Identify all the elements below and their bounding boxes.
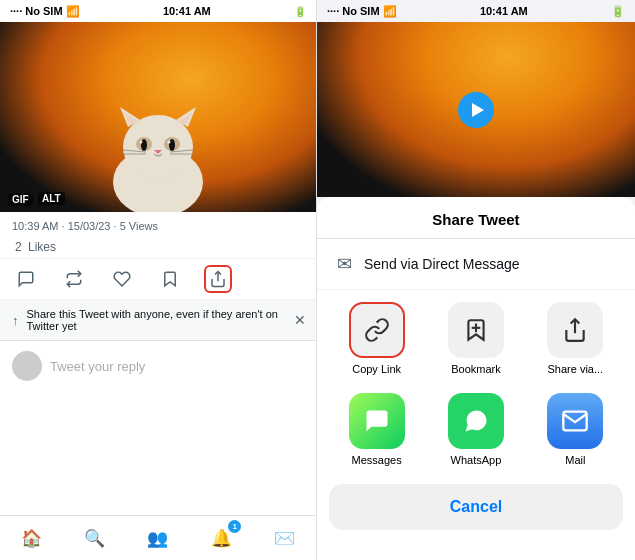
mail-app-icon [547, 393, 603, 449]
tweet-image [0, 22, 316, 212]
right-time-display: 10:41 AM [480, 5, 528, 17]
whatsapp-svg [462, 407, 490, 435]
search-icon: 🔍 [84, 528, 105, 549]
tweet-actions [0, 258, 316, 300]
right-status-bar: ···· No SIM 📶 10:41 AM 🔋 [317, 0, 635, 22]
retweet-icon [65, 270, 83, 288]
share-via-svg [562, 317, 588, 343]
whatsapp-app-button[interactable]: WhatsApp [448, 393, 504, 466]
right-wifi-icon: 📶 [383, 5, 397, 17]
reply-input-area: Tweet your reply [0, 341, 316, 391]
messages-svg [363, 407, 391, 435]
dm-text: Send via Direct Message [364, 256, 520, 272]
nav-home-button[interactable]: 🏠 [18, 524, 46, 552]
tweet-views: 5 Views [120, 220, 158, 232]
mail-app-label: Mail [565, 454, 585, 466]
copy-link-icon [349, 302, 405, 358]
share-banner-text: Share this Tweet with anyone, even if th… [27, 308, 305, 332]
send-direct-message-button[interactable]: ✉ Send via Direct Message [317, 239, 635, 290]
left-status-bar: ···· No SIM 📶 10:41 AM 🔋 [0, 0, 316, 22]
mail-app-button[interactable]: Mail [547, 393, 603, 466]
battery-area: 🔋 [294, 6, 306, 17]
dm-icon: ✉ [337, 253, 352, 275]
battery-icon: 🔋 [294, 6, 306, 17]
wifi-icon: 📶 [66, 5, 80, 17]
bookmark-share-icon [448, 302, 504, 358]
share-banner-close-button[interactable]: ✕ [294, 312, 306, 328]
bookmark-share-button[interactable]: Bookmark [448, 302, 504, 375]
right-signal-area: ···· No SIM 📶 [327, 5, 397, 18]
signal-area: ···· No SIM 📶 [10, 5, 80, 18]
messages-icon: ✉️ [274, 528, 295, 549]
likes-label: Likes [28, 240, 56, 254]
play-button[interactable] [458, 92, 494, 128]
home-icon: 🏠 [21, 528, 42, 549]
svg-point-10 [140, 141, 143, 144]
mail-svg [561, 407, 589, 435]
nav-communities-button[interactable]: 👥 [144, 524, 172, 552]
cat-image [98, 82, 218, 212]
alt-badge: ALT [38, 188, 65, 206]
share-icon [209, 270, 227, 288]
tweet-meta: 10:39 AM · 15/03/23 · 5 Views [0, 212, 316, 236]
retweet-button[interactable] [60, 265, 88, 293]
share-button[interactable] [204, 265, 232, 293]
whatsapp-app-label: WhatsApp [451, 454, 502, 466]
tweet-image-container: GIF ALT [0, 22, 316, 212]
copy-link-button[interactable]: Copy Link [349, 302, 405, 375]
copy-link-label: Copy Link [352, 363, 401, 375]
right-battery-icon: 🔋 [611, 5, 625, 17]
right-tweet-preview [317, 22, 635, 197]
gif-badge: GIF [8, 193, 33, 206]
reply-button[interactable] [12, 265, 40, 293]
reply-icon [17, 270, 35, 288]
share-sheet-title: Share Tweet [317, 197, 635, 239]
messages-app-button[interactable]: Messages [349, 393, 405, 466]
left-panel: ···· No SIM 📶 10:41 AM 🔋 [0, 0, 317, 560]
likes-count: 2 [15, 240, 22, 254]
bookmark-share-svg [463, 317, 489, 343]
time-display: 10:41 AM [163, 5, 211, 17]
bookmark-icon [161, 270, 179, 288]
messages-app-icon [349, 393, 405, 449]
share-via-icon [547, 302, 603, 358]
reply-avatar [12, 351, 42, 381]
nav-messages-button[interactable]: ✉️ [270, 524, 298, 552]
right-panel: ···· No SIM 📶 10:41 AM 🔋 Share Tweet ✉ S… [317, 0, 635, 560]
notifications-badge: 1 [228, 520, 241, 533]
share-sheet: Share Tweet ✉ Send via Direct Message Co… [317, 197, 635, 560]
right-battery-area: 🔋 [611, 5, 625, 18]
gif-label: GIF [8, 193, 33, 206]
whatsapp-app-icon [448, 393, 504, 449]
bookmark-share-label: Bookmark [451, 363, 501, 375]
link-icon [364, 317, 390, 343]
heart-icon [113, 270, 131, 288]
share-banner: ↑ Share this Tweet with anyone, even if … [0, 300, 316, 341]
signal-dots: ···· [10, 5, 22, 17]
share-actions-row: Copy Link Bookmark [317, 290, 635, 387]
alt-label: ALT [38, 192, 65, 205]
svg-point-11 [168, 141, 171, 144]
tweet-likes: 2 Likes [0, 236, 316, 258]
share-via-label: Share via... [547, 363, 603, 375]
nav-search-button[interactable]: 🔍 [81, 524, 109, 552]
signal-label: No SIM [25, 5, 62, 17]
bottom-nav: 🏠 🔍 👥 🔔 1 ✉️ [0, 515, 316, 560]
share-banner-icon: ↑ [12, 313, 19, 328]
share-via-button[interactable]: Share via... [547, 302, 603, 375]
communities-icon: 👥 [147, 528, 168, 549]
cancel-button[interactable]: Cancel [329, 484, 623, 530]
right-signal-dots: ···· [327, 5, 339, 17]
right-signal-label: No SIM [342, 5, 379, 17]
nav-notifications-button[interactable]: 🔔 1 [207, 524, 235, 552]
like-button[interactable] [108, 265, 136, 293]
bookmark-button[interactable] [156, 265, 184, 293]
share-apps-row: Messages WhatsApp Mail [317, 387, 635, 478]
svg-point-1 [123, 115, 193, 179]
tweet-timestamp: 10:39 AM · 15/03/23 [12, 220, 110, 232]
messages-app-label: Messages [352, 454, 402, 466]
reply-placeholder[interactable]: Tweet your reply [50, 359, 145, 374]
